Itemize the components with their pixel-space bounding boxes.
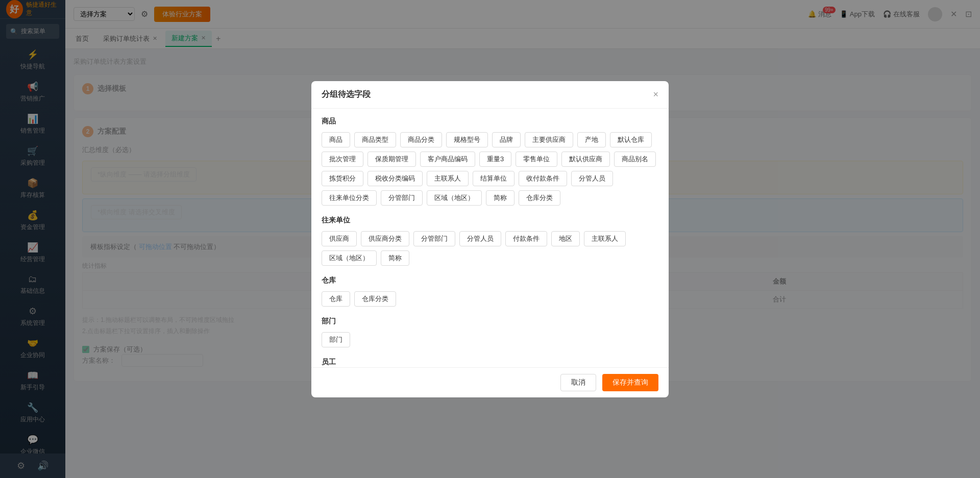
field-group-title-goods: 商品 [322, 117, 658, 126]
field-tag-结算单位[interactable]: 结算单位 [473, 171, 514, 186]
field-group-title-department: 部门 [322, 317, 658, 326]
field-tags-partner: 供应商供应商分类分管部门分管人员付款条件地区主联系人区域（地区）简称 [322, 231, 658, 266]
field-tags-department: 部门 [322, 332, 658, 347]
field-tags-warehouse: 仓库仓库分类 [322, 291, 658, 307]
field-tag-供应商[interactable]: 供应商 [322, 231, 357, 246]
field-tag-区域（地区）[interactable]: 区域（地区） [427, 190, 482, 206]
field-tag-主要供应商[interactable]: 主要供应商 [525, 132, 573, 147]
field-group-title-partner: 往来单位 [322, 216, 658, 225]
field-tag-拣货积分[interactable]: 拣货积分 [322, 171, 363, 186]
field-tag-区域（地区）[interactable]: 区域（地区） [322, 250, 377, 266]
field-tag-主联系人[interactable]: 主联系人 [427, 171, 469, 186]
field-tag-分管部门[interactable]: 分管部门 [413, 231, 455, 246]
field-tag-付款条件[interactable]: 付款条件 [505, 231, 547, 246]
field-tag-简称[interactable]: 简称 [381, 250, 409, 266]
field-tag-仓库分类[interactable]: 仓库分类 [519, 190, 560, 206]
field-tag-规格型号[interactable]: 规格型号 [446, 132, 488, 147]
field-tag-零售单位[interactable]: 零售单位 [516, 152, 557, 167]
modal-body: 商品商品商品类型商品分类规格型号品牌主要供应商产地默认仓库批次管理保质期管理客户… [311, 109, 669, 367]
cancel-button[interactable]: 取消 [560, 374, 596, 391]
field-tag-保质期管理[interactable]: 保质期管理 [368, 152, 416, 167]
save-query-button[interactable]: 保存并查询 [602, 374, 658, 391]
field-tag-分管人员[interactable]: 分管人员 [571, 171, 613, 186]
modal-footer: 取消 保存并查询 [311, 367, 669, 397]
field-tag-简称[interactable]: 简称 [486, 190, 514, 206]
modal-overlay: 分组待选字段 × 商品商品商品类型商品分类规格型号品牌主要供应商产地默认仓库批次… [0, 0, 980, 478]
field-tag-默认仓库[interactable]: 默认仓库 [610, 132, 652, 147]
field-tag-商品[interactable]: 商品 [322, 132, 350, 147]
field-group-employee: 员工业务员 [322, 358, 658, 367]
field-group-title-employee: 员工 [322, 358, 658, 367]
field-tags-goods: 商品商品类型商品分类规格型号品牌主要供应商产地默认仓库批次管理保质期管理客户商品… [322, 132, 658, 206]
field-group-goods: 商品商品商品类型商品分类规格型号品牌主要供应商产地默认仓库批次管理保质期管理客户… [322, 117, 658, 206]
field-group-partner: 往来单位供应商供应商分类分管部门分管人员付款条件地区主联系人区域（地区）简称 [322, 216, 658, 266]
field-tag-商品分类[interactable]: 商品分类 [400, 132, 442, 147]
field-tag-分管部门[interactable]: 分管部门 [381, 190, 423, 206]
field-tag-部门[interactable]: 部门 [322, 332, 350, 347]
field-tag-产地[interactable]: 产地 [577, 132, 606, 147]
field-tag-仓库分类[interactable]: 仓库分类 [354, 291, 396, 307]
field-group-warehouse: 仓库仓库仓库分类 [322, 276, 658, 307]
field-group-title-warehouse: 仓库 [322, 276, 658, 285]
field-tag-商品别名[interactable]: 商品别名 [614, 152, 656, 167]
field-tag-客户商品编码[interactable]: 客户商品编码 [420, 152, 475, 167]
field-tag-税收分类编码[interactable]: 税收分类编码 [368, 171, 423, 186]
field-tag-主联系人[interactable]: 主联系人 [584, 231, 626, 246]
modal-title: 分组待选字段 [322, 89, 371, 100]
field-tag-往来单位分类[interactable]: 往来单位分类 [322, 190, 377, 206]
field-tag-商品类型[interactable]: 商品类型 [354, 132, 396, 147]
field-tag-供应商分类[interactable]: 供应商分类 [361, 231, 409, 246]
field-tag-重量3[interactable]: 重量3 [479, 152, 511, 167]
field-tag-收付款条件[interactable]: 收付款条件 [519, 171, 567, 186]
field-tag-仓库[interactable]: 仓库 [322, 291, 350, 307]
modal-close-button[interactable]: × [653, 90, 658, 99]
field-tag-品牌[interactable]: 品牌 [492, 132, 521, 147]
field-tag-默认供应商[interactable]: 默认供应商 [561, 152, 610, 167]
modal-header: 分组待选字段 × [311, 81, 669, 109]
field-tag-地区[interactable]: 地区 [551, 231, 580, 246]
field-group-department: 部门部门 [322, 317, 658, 347]
field-tag-分管人员[interactable]: 分管人员 [459, 231, 501, 246]
field-tag-批次管理[interactable]: 批次管理 [322, 152, 363, 167]
field-select-modal: 分组待选字段 × 商品商品商品类型商品分类规格型号品牌主要供应商产地默认仓库批次… [311, 81, 669, 397]
